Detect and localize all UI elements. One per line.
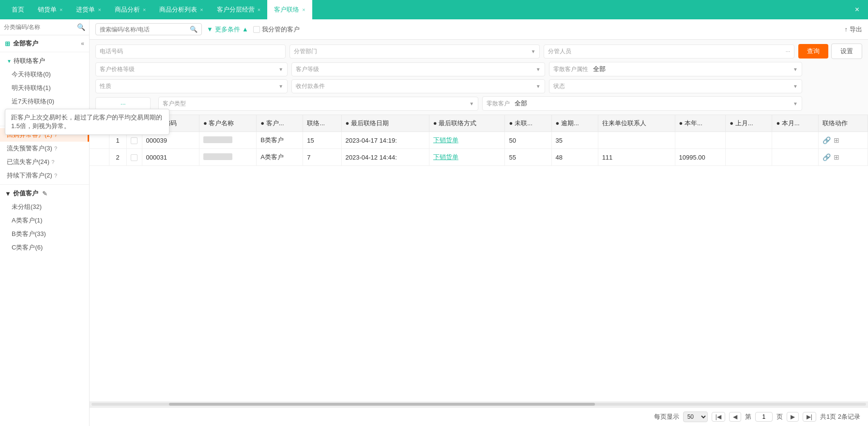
close-goods-list-tab[interactable]: × [200,7,203,13]
sidebar-item-churn-warning[interactable]: 流失预警客户(3) ? [0,142,89,155]
h-scrollbar-thumb[interactable] [169,403,595,406]
more-ellipsis: ··· [121,100,126,107]
sidebar-item-today[interactable]: 今天待联络(0) [0,68,89,81]
last-page-btn[interactable]: ▶| [803,412,816,422]
row2-checkbox-input[interactable] [131,154,137,161]
sidebar-item-churned[interactable]: 已流失客户(24) ? [0,155,89,169]
customer-grade-label: 客户等级 [296,65,319,73]
manager-filter[interactable]: 分管人员 ··· [544,44,794,59]
row1-checkbox-input[interactable] [131,137,137,144]
sidebar-item-class-b[interactable]: B类客户(33) [0,227,89,241]
sidebar-search-input[interactable] [4,24,77,30]
row1-grid-icon[interactable]: ⊞ [834,136,839,144]
customer-type-chevron: ▼ [469,101,474,106]
next-page-btn[interactable]: ▶ [787,412,799,422]
row1-last-month [726,132,772,149]
filter-row-1: 电话号码 分管部门 ▼ 分管人员 ··· 查询 设置 [95,44,862,59]
nav-tab-purchase[interactable]: 进货单 × [69,0,107,19]
close-customer-contact-tab[interactable]: × [302,7,305,13]
main-search-input[interactable] [100,26,190,33]
churned-help-icon[interactable]: ? [51,159,54,165]
sidebar-item-class-a[interactable]: A类客户(1) [0,214,89,227]
close-purchase-tab[interactable]: × [98,7,101,13]
collapse-icon[interactable]: « [81,40,84,47]
row1-contact-count: 15 [303,132,341,149]
all-customers-header[interactable]: ⊞ 全部客户 « [0,35,89,52]
pending-contact-header[interactable]: ▼ 待联络客户 [0,54,89,68]
row1-this-year [675,132,726,149]
sidebar-search-area: 🔍 [0,19,89,35]
churn-warning-help-icon[interactable]: ? [54,146,57,151]
customer-type-label: 客户类型 [163,100,186,108]
prev-page-btn[interactable]: ◀ [729,412,741,422]
status-filter[interactable]: 状态 ▼ [549,79,802,93]
close-customer-tier-tab[interactable]: × [258,7,260,13]
row1-link-icon[interactable]: 🔗 [822,136,831,144]
more-conditions-btn[interactable]: ▼ 更多条件 ▲ [207,25,248,34]
nav-tab-customer-tier[interactable]: 客户分层经营 × [210,0,267,19]
close-goods-analysis-tab[interactable]: × [143,7,146,13]
nav-tab-sales[interactable]: 销货单 × [31,0,69,19]
setting-button[interactable]: 设置 [831,44,862,59]
row1-unread: 50 [505,132,551,149]
content-area: 🔍 ▼ 更多条件 ▲ 我分管的客户 ↑ 导出 电话号码 [90,19,868,426]
export-button[interactable]: ↑ 导出 [845,25,863,34]
main-search-icon[interactable]: 🔍 [190,26,198,33]
th-action: 联络动作 [819,115,868,132]
th-last-contact-date: ● 最后联络日期 [341,115,429,132]
sidebar-item-class-c[interactable]: C类客户(6) [0,241,89,254]
row2-link-icon[interactable]: 🔗 [822,153,831,161]
first-page-btn[interactable]: |◀ [712,412,725,422]
per-page-select[interactable]: 50 10 20 100 [683,411,708,422]
my-customer-checkbox[interactable] [253,26,260,33]
advanced-filter: 电话号码 分管部门 ▼ 分管人员 ··· 查询 设置 客户价格等级 [90,40,868,115]
filter-row-2: 客户价格等级 ▼ 客户等级 ▼ 零散客户属性 全部 ▼ [95,62,862,76]
row2-type: A类客户 [257,149,303,166]
manager-more-icon[interactable]: ··· [786,48,790,54]
query-button[interactable]: 查询 [798,44,828,59]
nav-tab-customer-contact[interactable]: 客户联络 × [267,0,312,19]
sidebar-item-declining[interactable]: 持续下滑客户(2) ? [0,169,89,182]
window-close-button[interactable]: × [851,5,863,14]
nav-tab-goods-analysis[interactable]: 商品分析 × [108,0,152,19]
customer-grade-filter[interactable]: 客户等级 ▼ [291,62,545,76]
row1-this-month [772,132,819,149]
nature-filter[interactable]: 性质 ▼ [95,79,288,93]
scattered-attr-filter[interactable]: 零散客户属性 全部 ▼ [549,62,802,76]
h-scrollbar[interactable] [90,401,868,407]
dept-filter[interactable]: 分管部门 ▼ [289,44,540,59]
query-btn-group: 查询 设置 [798,44,862,59]
row2-contact-count: 7 [303,149,341,166]
price-grade-filter[interactable]: 客户价格等级 ▼ [95,62,288,76]
pagination-bar: 每页显示 50 10 20 100 |◀ ◀ 第 页 ▶ ▶| 共1页 2条记录 [90,407,868,426]
manager-label: 分管人员 [548,47,571,56]
table-row: 1 000039 B类客户 15 2023-04-17 14:19: 下销货单 [90,132,868,149]
more-btn[interactable]: ··· [95,97,151,110]
phone-filter[interactable]: 电话号码 [95,44,286,59]
customer-type-filter[interactable]: 客户类型 ▼ [158,97,478,111]
row2-last-method[interactable]: 下销货单 [429,149,505,166]
row2-checkbox[interactable] [126,149,142,166]
export-icon: ↑ [845,26,848,33]
sidebar-item-7days[interactable]: 近7天待联络(0) [0,95,89,108]
row1-last-method[interactable]: 下销货单 [429,132,505,149]
scattered-customer-filter[interactable]: 零散客户 全部 ▼ [482,96,802,111]
page-num-input[interactable] [755,412,773,422]
th-unread: ● 未联... [505,115,551,132]
value-arrow-icon: ▼ [5,190,11,197]
sidebar-item-ungroup[interactable]: 未分组(32) [0,200,89,214]
value-customer-header[interactable]: ▼ 价值客户 ✎ [0,187,89,200]
sidebar-search-icon[interactable]: 🔍 [77,23,85,31]
table-area: ⚙ ● 客户编码 ● 客户名称 ● 客户... 联络... ● 最后联络日期 ●… [90,115,868,401]
sidebar-item-tomorrow[interactable]: 明天待联络(1) [0,81,89,95]
payment-filter[interactable]: 收付款条件 ▼ [291,79,545,93]
th-last-month: ● 上月... [726,115,772,132]
close-sales-tab[interactable]: × [60,7,62,13]
row1-name-blurred [203,136,232,143]
row2-grid-icon[interactable]: ⊞ [834,153,839,161]
nav-tab-home[interactable]: 首页 [5,0,31,19]
customer-table: ⚙ ● 客户编码 ● 客户名称 ● 客户... 联络... ● 最后联络日期 ●… [90,115,868,166]
value-edit-icon[interactable]: ✎ [42,190,47,197]
nav-tab-goods-list[interactable]: 商品分析列表 × [152,0,210,19]
declining-help-icon[interactable]: ? [54,173,57,178]
